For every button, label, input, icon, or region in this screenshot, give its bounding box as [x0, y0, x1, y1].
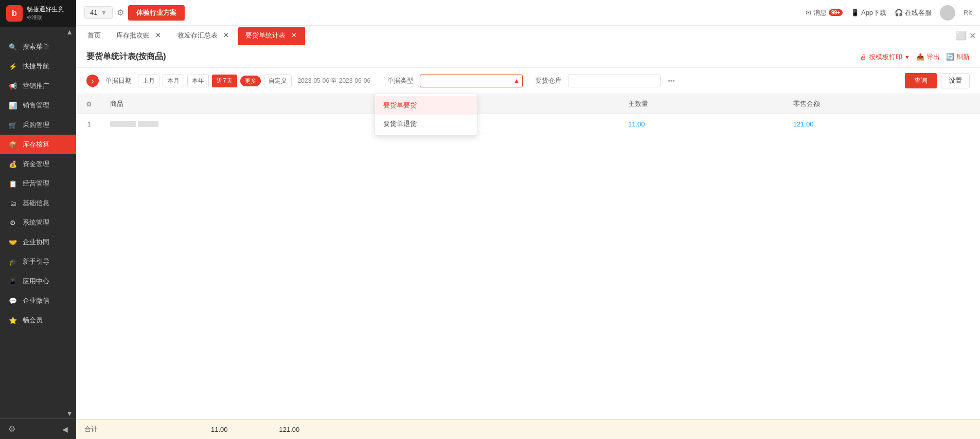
sidebar-item-sales[interactable]: 📊 销售管理	[0, 96, 76, 115]
tab-close-order-stats[interactable]: ✕	[290, 31, 298, 40]
type-select-wrapper: ▲	[420, 75, 523, 87]
filter-expand-button[interactable]: ›	[86, 75, 99, 87]
print-button[interactable]: 🖨 按模板打印 ▼	[860, 52, 910, 62]
page-content: 要货单统计表(按商品) 🖨 按模板打印 ▼ 📤 导出 🔄 刷新 ›	[76, 46, 980, 439]
warehouse-more-icon[interactable]: •••	[668, 77, 675, 85]
sidebar-item-marketing[interactable]: 📢 营销推广	[0, 76, 76, 96]
warehouse-input[interactable]	[568, 75, 661, 87]
sidebar-item-beginner[interactable]: 🎓 新手引导	[0, 252, 76, 271]
finance-icon: 💰	[8, 159, 17, 169]
col-header-quantity: 主数量	[620, 94, 785, 114]
basic-info-icon: 🗂	[8, 198, 17, 208]
sidebar-item-purchase[interactable]: 🛒 采购管理	[0, 115, 76, 135]
sidebar-collapse-arrow[interactable]: ▲	[0, 27, 76, 37]
date-btn-this-year[interactable]: 本年	[187, 75, 209, 87]
tabbar: 首页 库存批次账 ✕ 收发存汇总表 ✕ 要货单统计表 ✕ ⬜ ✕	[76, 26, 980, 46]
dropdown-item-order-return[interactable]: 要货单退货	[375, 115, 477, 133]
inventory-icon: 📦	[8, 140, 17, 149]
user-avatar[interactable]	[940, 5, 955, 21]
tab-close-batch-account[interactable]: ✕	[154, 31, 162, 40]
filter-settings-button[interactable]: 设置	[941, 73, 970, 88]
tab-close-receive-summary[interactable]: ✕	[222, 31, 230, 40]
headset-icon: 🎧	[895, 9, 903, 16]
tab-batch-account[interactable]: 库存批次账 ✕	[109, 27, 169, 45]
logo-edition: 标准版	[27, 14, 64, 21]
online-service-button[interactable]: 🎧 在线客服	[895, 8, 932, 17]
sidebar-item-member[interactable]: ⭐ 畅会员	[0, 310, 76, 330]
member-icon: ⭐	[8, 316, 17, 325]
store-selector[interactable]: 41 ▼	[84, 6, 113, 19]
sidebar-item-operations[interactable]: 📋 经营管理	[0, 174, 76, 193]
date-btn-last-7-days[interactable]: 近7天	[212, 75, 237, 87]
footer-amount: 121.00	[279, 426, 300, 433]
sidebar-collapse-icon[interactable]: ◀	[62, 425, 68, 433]
purchase-icon: 🛒	[8, 120, 17, 130]
date-buttons: 上月 本月 本年 近7天 更多 自定义	[138, 75, 292, 87]
sidebar-item-system[interactable]: ⚙ 系统管理	[0, 213, 76, 232]
sidebar-scroll-down-arrow[interactable]: ▼	[0, 408, 76, 418]
query-button[interactable]: 查询	[905, 73, 937, 88]
tab-receive-summary[interactable]: 收发存汇总表 ✕	[170, 27, 237, 45]
store-dropdown-arrow: ▼	[100, 9, 107, 16]
row-quantity: 11.00	[620, 114, 785, 134]
sidebar-item-finance[interactable]: 💰 资金管理	[0, 154, 76, 174]
app-center-icon: 📱	[8, 277, 17, 286]
tab-home[interactable]: 首页	[80, 27, 108, 45]
data-table-section: ⚙ 商品 主计量单位 主数量 零售金额 1	[76, 94, 980, 419]
app-logo: b 畅捷通好生意 标准版	[0, 0, 76, 27]
row-amount: 121.00	[785, 114, 980, 134]
window-restore-icon[interactable]: ⬜	[956, 31, 966, 41]
date-btn-more[interactable]: 更多	[240, 76, 261, 86]
main-content: 41 ▼ ⚙ 体验行业方案 ✉ 消息 99+ 📱 App下载 🎧 在线客服 Ri…	[76, 0, 980, 439]
refresh-icon: 🔄	[946, 53, 954, 61]
table-row: 1 块 11.00 121.00	[76, 114, 980, 134]
marketing-icon: 📢	[8, 81, 17, 90]
messages-badge: 99+	[829, 9, 843, 16]
sidebar-item-quick-nav[interactable]: ⚡ 快捷导航	[0, 57, 76, 76]
wechat-icon: 💬	[8, 296, 17, 305]
type-select-arrow-up[interactable]: ▲	[513, 77, 520, 84]
type-select-input[interactable]	[420, 75, 523, 87]
lightning-icon: ⚡	[8, 62, 17, 71]
page-header: 要货单统计表(按商品) 🖨 按模板打印 ▼ 📤 导出 🔄 刷新	[76, 46, 980, 68]
tab-order-stats[interactable]: 要货单统计表 ✕	[238, 27, 305, 45]
trial-button[interactable]: 体验行业方案	[128, 5, 185, 21]
data-table: ⚙ 商品 主计量单位 主数量 零售金额 1	[76, 94, 980, 134]
column-settings-icon[interactable]: ⚙	[86, 100, 92, 108]
sidebar-item-app-center[interactable]: 📱 应用中心	[0, 271, 76, 291]
dropdown-item-order-goods[interactable]: 要货单要货	[375, 96, 477, 115]
sidebar-item-inventory[interactable]: 📦 库存核算	[0, 135, 76, 154]
date-range-display: 2023-05-06 至 2023-06-06	[298, 77, 370, 85]
topbar-right: ✉ 消息 99+ 📱 App下载 🎧 在线客服 Rit	[806, 5, 972, 21]
user-name: Rit	[964, 9, 972, 16]
sidebar-item-wechat[interactable]: 💬 企业微信	[0, 291, 76, 310]
date-btn-last-month[interactable]: 上月	[138, 75, 159, 87]
placeholder-bar-1	[110, 121, 136, 127]
date-btn-custom[interactable]: 自定义	[264, 75, 292, 87]
date-btn-this-month[interactable]: 本月	[163, 75, 184, 87]
beginner-icon: 🎓	[8, 257, 17, 266]
sidebar-settings-icon[interactable]: ⚙	[8, 424, 15, 434]
system-icon: ⚙	[8, 218, 17, 227]
footer-quantity: 11.00	[211, 426, 228, 433]
window-close-icon[interactable]: ✕	[969, 31, 976, 41]
topbar-settings-icon[interactable]: ⚙	[117, 8, 124, 17]
app-download-button[interactable]: 📱 App下载	[851, 8, 886, 17]
store-number: 41	[90, 9, 97, 16]
sidebar-item-search[interactable]: 🔍 搜索菜单	[0, 37, 76, 57]
table-header-row: ⚙ 商品 主计量单位 主数量 零售金额	[76, 94, 980, 114]
footer-label: 合计	[84, 425, 98, 434]
messages-button[interactable]: ✉ 消息 99+	[806, 8, 843, 17]
phone-icon: 📱	[851, 9, 859, 16]
refresh-button[interactable]: 🔄 刷新	[946, 52, 970, 62]
col-header-settings[interactable]: ⚙	[76, 94, 102, 114]
sidebar-item-enterprise[interactable]: 🤝 企业协同	[0, 232, 76, 252]
logo-name: 畅捷通好生意	[27, 6, 64, 14]
sidebar-item-basic-info[interactable]: 🗂 基础信息	[0, 193, 76, 213]
export-button[interactable]: 📤 导出	[916, 52, 940, 62]
message-icon: ✉	[806, 9, 811, 16]
tabbar-end: ⬜ ✕	[956, 31, 976, 41]
type-dropdown: 要货单要货 要货单退货	[375, 94, 477, 136]
placeholder-bar-2	[138, 121, 158, 127]
filter-actions: 查询 设置	[905, 73, 970, 88]
